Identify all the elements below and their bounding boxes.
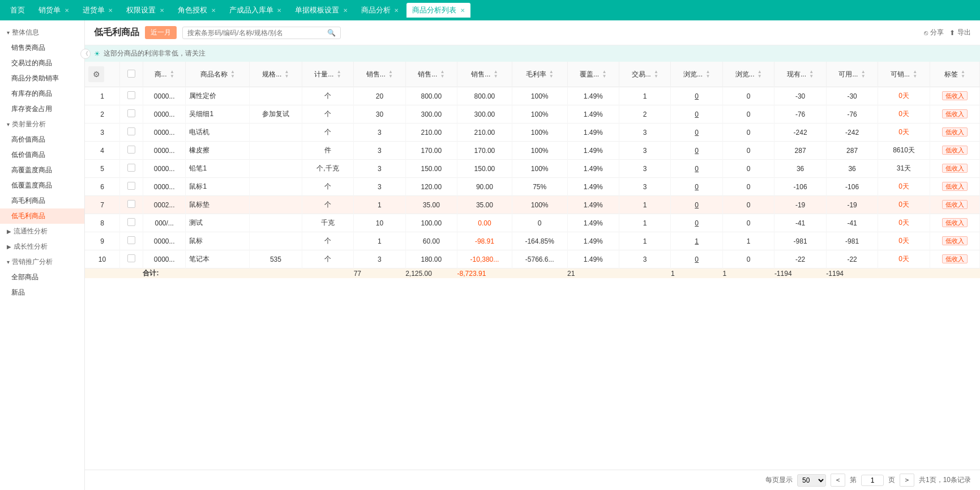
- row-check-9[interactable]: [119, 250, 143, 269]
- row-browse1-4[interactable]: 0: [671, 160, 722, 178]
- nav-purchase[interactable]: 进货单 ✕: [77, 3, 119, 18]
- nav-product-analysis-list[interactable]: 商品分析列表 ✕: [406, 3, 470, 18]
- sidebar-item-low-value[interactable]: 低价值商品: [0, 147, 84, 163]
- select-all-checkbox[interactable]: [127, 70, 135, 78]
- row-browse1-9[interactable]: 0: [671, 250, 722, 269]
- row-check-0[interactable]: [119, 87, 143, 105]
- search-input[interactable]: [187, 29, 327, 37]
- sidebar-collapse-btn[interactable]: 《: [80, 49, 91, 59]
- row-browse1-8[interactable]: 1: [671, 232, 722, 250]
- row-name-1[interactable]: 吴细细1: [186, 105, 250, 123]
- export-button[interactable]: ⬆ 导出: [949, 28, 971, 37]
- table-body: 1 0000... 属性定价 个 20 800.00 800.00 100% 1…: [85, 87, 980, 269]
- filter-button[interactable]: 近一月: [145, 26, 177, 39]
- sidebar-item-low-margin[interactable]: 低毛利商品: [0, 208, 84, 224]
- row-coverage-2: 3: [619, 123, 670, 142]
- sidebar-item-low-coverage[interactable]: 低覆盖度商品: [0, 178, 84, 193]
- row-name-8[interactable]: 鼠标: [186, 232, 250, 250]
- sidebar-group-marketing[interactable]: ▾ 营销推广分析: [0, 254, 84, 270]
- sidebar-item-high-coverage[interactable]: 高覆盖度商品: [0, 163, 84, 178]
- page-size-select[interactable]: 50 100: [797, 474, 826, 487]
- nav-product-inbound[interactable]: 产成品入库单 ✕: [224, 3, 288, 18]
- page-number-input[interactable]: [861, 475, 884, 486]
- row-browse1-3[interactable]: 0: [671, 142, 722, 160]
- sidebar-item-sales-goods[interactable]: 销售类商品: [0, 40, 84, 56]
- col-qty-header[interactable]: 销售... ▲▼: [354, 62, 405, 87]
- row-name-6[interactable]: 鼠标垫: [186, 196, 250, 214]
- row-name-7[interactable]: 测试: [186, 214, 250, 232]
- nav-permissions[interactable]: 权限设置 ✕: [121, 3, 170, 18]
- row-check-7[interactable]: [119, 214, 143, 232]
- sidebar-group-growth[interactable]: ▶ 成长性分析: [0, 239, 84, 254]
- row-name-0[interactable]: 属性定价: [186, 87, 250, 105]
- sidebar-group-overall[interactable]: ▾ 整体信息: [0, 25, 84, 40]
- nav-sales-close[interactable]: ✕: [65, 7, 69, 14]
- row-check-3[interactable]: [119, 142, 143, 160]
- col-settings[interactable]: ⚙: [85, 62, 119, 87]
- col-unit-header[interactable]: 计量... ▲▼: [302, 62, 353, 87]
- row-name-9[interactable]: 笔记本: [186, 250, 250, 269]
- row-name-2[interactable]: 电话机: [186, 123, 250, 142]
- col-browse2-header[interactable]: 浏览... ▲▼: [722, 62, 774, 87]
- sidebar-group-value-label: 类射量分析: [12, 120, 46, 129]
- sidebar-item-traded-goods[interactable]: 交易过的商品: [0, 56, 84, 71]
- settings-icon[interactable]: ⚙: [88, 66, 104, 82]
- sidebar-item-capital[interactable]: 库存资金占用: [0, 101, 84, 117]
- nav-product-close[interactable]: ✕: [277, 7, 281, 14]
- nav-analysis-list-close[interactable]: ✕: [460, 7, 465, 14]
- row-browse1-7[interactable]: 0: [671, 214, 722, 232]
- nav-template[interactable]: 单据模板设置 ✕: [289, 3, 353, 18]
- col-coverage-header[interactable]: 覆盖... ▲▼: [567, 62, 619, 87]
- next-page-button[interactable]: ＞: [900, 474, 914, 487]
- col-stock-header[interactable]: 现有... ▲▼: [774, 62, 826, 87]
- share-button[interactable]: ⎋ 分享: [924, 28, 944, 37]
- nav-permissions-close[interactable]: ✕: [160, 7, 164, 14]
- col-code-header[interactable]: 商... ▲▼: [143, 62, 185, 87]
- nav-template-close[interactable]: ✕: [343, 7, 348, 14]
- row-name-3[interactable]: 橡皮擦: [186, 142, 250, 160]
- row-check-5[interactable]: [119, 178, 143, 196]
- col-tag-header[interactable]: 标签 ▲▼: [930, 62, 979, 87]
- sidebar-item-new-goods[interactable]: 新品: [0, 285, 84, 300]
- row-browse1-1[interactable]: 0: [671, 105, 722, 123]
- col-spec-header[interactable]: 规格... ▲▼: [250, 62, 302, 87]
- row-check-4[interactable]: [119, 160, 143, 178]
- nav-purchase-close[interactable]: ✕: [108, 7, 113, 14]
- nav-roles-close[interactable]: ✕: [211, 7, 216, 14]
- nav-sales[interactable]: 销货单 ✕: [33, 3, 75, 18]
- col-margin-header[interactable]: 毛利率 ▲▼: [512, 62, 567, 87]
- row-check-1[interactable]: [119, 105, 143, 123]
- sidebar-item-high-margin[interactable]: 高毛利商品: [0, 193, 84, 208]
- nav-analysis-close[interactable]: ✕: [394, 7, 399, 14]
- col-sales-header[interactable]: 销售... ▲▼: [457, 62, 512, 87]
- prev-page-button[interactable]: ＜: [831, 474, 845, 487]
- sidebar-item-high-value[interactable]: 高价值商品: [0, 132, 84, 147]
- col-sellable-header[interactable]: 可销... ▲▼: [878, 62, 930, 87]
- sidebar-item-all-goods[interactable]: 全部商品: [0, 270, 84, 285]
- col-trade-header[interactable]: 交易... ▲▼: [619, 62, 670, 87]
- row-browse1-6[interactable]: 0: [671, 196, 722, 214]
- row-check-8[interactable]: [119, 232, 143, 250]
- row-browse1-2[interactable]: 0: [671, 123, 722, 142]
- col-avail-header[interactable]: 可用... ▲▼: [826, 62, 878, 87]
- table-container[interactable]: ⚙ 商... ▲▼ 商品名称 ▲▼ 规格... ▲▼: [85, 62, 980, 470]
- col-name-header[interactable]: 商品名称 ▲▼: [186, 62, 250, 87]
- row-tag-6: 低收入: [930, 196, 979, 214]
- row-sales-4: 150.00: [457, 160, 512, 178]
- sidebar-group-flow[interactable]: ▶ 流通性分析: [0, 224, 84, 239]
- row-check-6[interactable]: [119, 196, 143, 214]
- row-name-4[interactable]: 铅笔1: [186, 160, 250, 178]
- sidebar-item-stocked[interactable]: 有库存的商品: [0, 86, 84, 101]
- sidebar-item-category-assist[interactable]: 商品分类助销率: [0, 71, 84, 86]
- sidebar-group-value[interactable]: ▾ 类射量分析: [0, 117, 84, 132]
- col-browse1-header[interactable]: 浏览... ▲▼: [671, 62, 722, 87]
- row-browse1-0[interactable]: 0: [671, 87, 722, 105]
- search-icon[interactable]: 🔍: [327, 29, 336, 37]
- row-check-2[interactable]: [119, 123, 143, 142]
- col-price-header[interactable]: 销售... ▲▼: [405, 62, 457, 87]
- nav-home[interactable]: 首页: [5, 3, 31, 18]
- nav-product-analysis[interactable]: 商品分析 ✕: [356, 3, 405, 18]
- row-browse1-5[interactable]: 0: [671, 178, 722, 196]
- nav-roles[interactable]: 角色授权 ✕: [172, 3, 221, 18]
- row-name-5[interactable]: 鼠标1: [186, 178, 250, 196]
